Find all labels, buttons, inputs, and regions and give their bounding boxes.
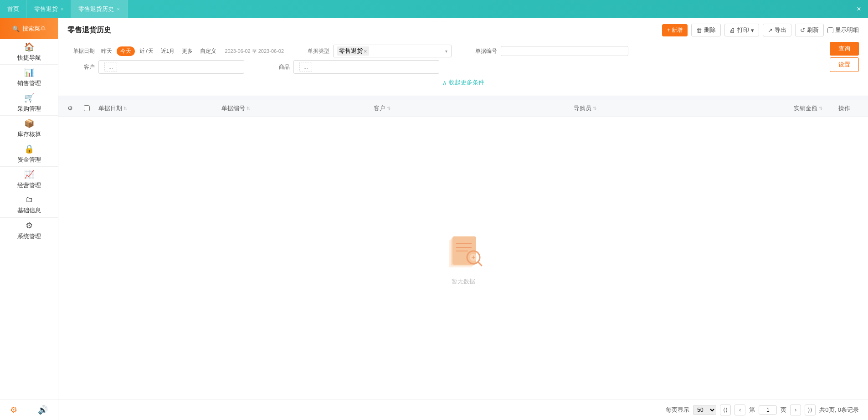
- goods-ellipsis[interactable]: ...: [299, 62, 312, 72]
- th-customer[interactable]: 客户 ⇅: [370, 104, 570, 113]
- first-page-button[interactable]: ⟨⟨: [720, 405, 731, 415]
- empty-text: 暂无数据: [452, 277, 475, 286]
- system-icon: ⚙: [26, 220, 33, 230]
- next-page-button[interactable]: ›: [790, 405, 801, 415]
- query-button[interactable]: 查询: [830, 42, 859, 56]
- goods-select[interactable]: ...: [293, 60, 439, 74]
- display-toggle-label: 显示明细: [835, 26, 859, 34]
- last-page-button[interactable]: ⟩⟩: [805, 405, 816, 415]
- tab-retail-return[interactable]: 零售退货 ×: [27, 0, 71, 18]
- print-label: 打印: [737, 26, 749, 34]
- purchase-icon: 🛒: [24, 93, 34, 103]
- th-date[interactable]: 单据日期 ⇅: [95, 104, 218, 113]
- bill-number-input[interactable]: [501, 46, 628, 56]
- date-opt-last1m[interactable]: 近1月: [158, 46, 178, 56]
- date-opt-custom[interactable]: 自定义: [197, 46, 219, 56]
- sidebar-item-finance[interactable]: 🔒 资金管理: [0, 141, 58, 167]
- sidebar-item-quick-nav[interactable]: 🏠 快捷导航: [0, 39, 58, 65]
- tab-list: 首页 零售退货 × 零售退货历史 ×: [0, 0, 850, 18]
- content-area: 零售退货历史 + 新增 🗑 删除 🖨 打印 ▾ ↗ 导出: [58, 18, 868, 420]
- bill-type-remove-icon[interactable]: ×: [364, 48, 367, 55]
- sidebar-item-inventory[interactable]: 📦 库存核算: [0, 116, 58, 141]
- th-settings[interactable]: ⚙: [64, 105, 80, 112]
- sidebar-search[interactable]: 🔍 搜索菜单: [0, 18, 58, 39]
- audio-footer-icon[interactable]: 🔊: [38, 405, 48, 415]
- close-retail-return-history-icon[interactable]: ×: [117, 6, 119, 12]
- page-unit-label: 页: [781, 406, 786, 414]
- date-opt-today[interactable]: 今天: [117, 46, 135, 56]
- sales-icon: 📊: [24, 67, 34, 77]
- settings-footer-icon[interactable]: ⚙: [10, 405, 17, 415]
- prev-page-button[interactable]: ‹: [734, 405, 745, 415]
- th-amount[interactable]: 实销金额 ⇅: [722, 104, 826, 113]
- operations-icon: 📈: [24, 169, 34, 179]
- sidebar-item-system-label: 系统管理: [17, 232, 41, 241]
- sidebar-item-basic-info[interactable]: 🗂 基础信息: [0, 192, 58, 218]
- page-header: 零售退货历史 + 新增 🗑 删除 🖨 打印 ▾ ↗ 导出: [58, 18, 868, 96]
- sidebar-item-purchase-label: 采购管理: [17, 105, 41, 113]
- page-number-input[interactable]: [759, 405, 777, 415]
- filter-settings-button[interactable]: 设置: [830, 57, 859, 72]
- inventory-icon: 📦: [24, 118, 34, 128]
- export-icon: ↗: [768, 27, 773, 34]
- th-bill[interactable]: 单据编号 ⇅: [218, 104, 370, 113]
- date-opt-more[interactable]: 更多: [179, 46, 195, 56]
- sidebar-item-finance-label: 资金管理: [17, 156, 41, 164]
- customer-select[interactable]: ...: [98, 60, 244, 74]
- sidebar-item-sales-label: 销售管理: [17, 79, 41, 87]
- sidebar-footer: ⚙ 🔊: [0, 399, 58, 420]
- customer-ellipsis[interactable]: ...: [104, 62, 117, 72]
- window-close-button[interactable]: ×: [850, 0, 868, 18]
- customer-sort-icon: ⇅: [387, 106, 390, 111]
- basic-info-icon: 🗂: [25, 195, 33, 205]
- th-guide-label: 导购员: [574, 104, 591, 113]
- export-button[interactable]: ↗ 导出: [763, 24, 791, 36]
- display-toggle[interactable]: 显示明细: [827, 26, 859, 34]
- page-actions: + 新增 🗑 删除 🖨 打印 ▾ ↗ 导出 ↺: [662, 24, 859, 36]
- per-page-select[interactable]: 50 100 200: [693, 405, 716, 415]
- th-ops-label: 操作: [838, 104, 850, 113]
- th-ops: 操作: [826, 104, 863, 113]
- bill-number-filter-label: 单据编号: [470, 47, 501, 55]
- guide-sort-icon: ⇅: [593, 106, 596, 111]
- filter-row-1: 单据日期 昨天 今天 近7天 近1月 更多 自定义 2023-06-02 至 2…: [67, 45, 859, 57]
- print-button[interactable]: 🖨 打印 ▾: [724, 24, 759, 36]
- sidebar-item-sales[interactable]: 📊 销售管理: [0, 65, 58, 90]
- close-retail-return-icon[interactable]: ×: [61, 6, 63, 12]
- finance-icon: 🔒: [24, 144, 34, 154]
- date-opt-yesterday[interactable]: 昨天: [98, 46, 115, 56]
- date-range-display: 2023-06-02 至 2023-06-02: [225, 48, 284, 55]
- bill-type-select[interactable]: 零售退货 × ▾: [333, 45, 452, 57]
- sidebar-item-purchase[interactable]: 🛒 采购管理: [0, 90, 58, 116]
- svg-line-7: [478, 262, 482, 266]
- th-guide[interactable]: 导购员 ⇅: [570, 104, 722, 113]
- tab-retail-return-history-label: 零售退货历史: [78, 5, 114, 13]
- page-label: 第: [749, 406, 755, 414]
- sidebar-item-operations[interactable]: 📈 经营管理: [0, 167, 58, 192]
- display-toggle-checkbox[interactable]: [827, 27, 833, 33]
- sidebar-item-basic-info-label: 基础信息: [17, 206, 41, 215]
- sidebar-search-label: 搜索菜单: [22, 25, 46, 33]
- sidebar-item-system[interactable]: ⚙ 系统管理: [0, 218, 58, 243]
- collapse-button[interactable]: ∧ 收起更多条件: [437, 77, 490, 88]
- sidebar-item-inventory-label: 库存核算: [17, 130, 41, 138]
- th-customer-label: 客户: [374, 104, 385, 113]
- tab-home[interactable]: 首页: [0, 0, 27, 18]
- th-check[interactable]: [80, 105, 95, 111]
- delete-button[interactable]: 🗑 删除: [691, 24, 721, 36]
- table-container: ⚙ 单据日期 ⇅ 单据编号 ⇅ 客户 ⇅ 导购员: [58, 100, 868, 399]
- select-all-checkbox[interactable]: [84, 105, 90, 111]
- sidebar: 🔍 搜索菜单 🏠 快捷导航 📊 销售管理 🛒 采购管理 📦 库存核算 🔒: [0, 18, 58, 420]
- bill-type-chevron-icon[interactable]: ▾: [445, 49, 447, 54]
- date-opt-last7[interactable]: 近7天: [137, 46, 156, 56]
- tab-retail-return-history[interactable]: 零售退货历史 ×: [71, 0, 127, 18]
- bill-type-value: 零售退货: [339, 47, 363, 55]
- new-button[interactable]: + 新增: [662, 24, 688, 36]
- customer-filter-label: 客户: [67, 63, 98, 71]
- collapse-label: 收起更多条件: [449, 78, 484, 87]
- refresh-button[interactable]: ↺ 刷新: [795, 24, 824, 36]
- page-title-row: 零售退货历史 + 新增 🗑 删除 🖨 打印 ▾ ↗ 导出: [67, 24, 859, 36]
- date-filter-label: 单据日期: [67, 47, 98, 55]
- main-layout: 🔍 搜索菜单 🏠 快捷导航 📊 销售管理 🛒 采购管理 📦 库存核算 🔒: [0, 18, 868, 420]
- column-settings-icon[interactable]: ⚙: [67, 105, 73, 112]
